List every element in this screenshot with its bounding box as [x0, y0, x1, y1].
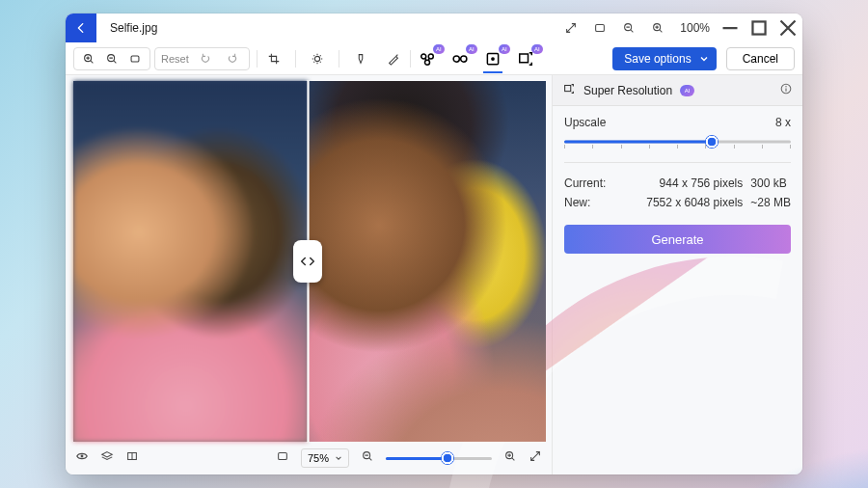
reset-group: Reset [154, 47, 250, 70]
fit-window-icon[interactable] [276, 449, 289, 467]
chevron-down-icon [335, 454, 342, 462]
current-label: Current: [564, 176, 616, 190]
ai-badge-icon: AI [499, 44, 510, 54]
ai-style-tool[interactable]: AI [450, 49, 470, 68]
svg-point-14 [491, 57, 495, 61]
layers-icon[interactable] [100, 449, 114, 467]
svg-rect-21 [565, 85, 571, 91]
upscale-label: Upscale [564, 116, 606, 129]
toolbar: Reset AI AI AI [66, 42, 802, 75]
new-size: ~28 MB [750, 196, 791, 209]
zoom-in-tool[interactable] [78, 49, 99, 68]
image-after [308, 81, 546, 442]
reset-button[interactable]: Reset [161, 53, 189, 65]
new-label: New: [564, 196, 616, 209]
svg-point-12 [460, 55, 466, 61]
generate-button[interactable]: Generate [564, 225, 791, 254]
zoom-percent-select[interactable]: 75% [301, 448, 349, 468]
svg-point-10 [424, 60, 429, 65]
zoom-percent: 100% [680, 21, 710, 35]
fit-screen-icon[interactable] [593, 21, 607, 35]
save-options-label: Save options [624, 52, 691, 66]
svg-rect-0 [596, 25, 605, 32]
svg-rect-6 [131, 55, 139, 61]
zoom-out-icon[interactable] [622, 21, 636, 35]
ai-superres-tool[interactable]: AI [516, 49, 535, 68]
zoom-out-tool[interactable] [101, 49, 122, 68]
chevron-down-icon [699, 54, 709, 64]
svg-point-16 [81, 455, 84, 458]
zoom-out-icon[interactable] [361, 449, 374, 467]
save-options-button[interactable]: Save options [612, 47, 716, 70]
current-dims: 944 x 756 pixels [624, 176, 743, 190]
zoom-slider[interactable] [386, 451, 492, 465]
file-name: Selfie.jpg [96, 14, 171, 42]
image-before [73, 81, 308, 442]
brush-tool[interactable] [351, 49, 370, 68]
redo-button[interactable] [222, 49, 243, 68]
svg-point-11 [453, 55, 459, 61]
pen-tool[interactable] [384, 49, 403, 68]
fit-tool[interactable] [124, 49, 146, 68]
superres-icon [562, 82, 576, 99]
split-view-icon[interactable] [125, 449, 139, 467]
upscale-slider[interactable] [564, 135, 791, 149]
ai-badge-icon: AI [433, 44, 445, 54]
svg-point-7 [314, 56, 319, 61]
window-maximize-button[interactable] [745, 14, 773, 42]
compare-handle[interactable] [293, 240, 322, 283]
new-dims: 7552 x 6048 pixels [624, 196, 743, 209]
crop-tool[interactable] [264, 49, 284, 68]
expand-diagonal-icon[interactable] [564, 21, 578, 35]
title-bar: Selfie.jpg 100% [66, 14, 802, 42]
zoom-percent-value: 75% [308, 452, 329, 464]
svg-point-8 [421, 54, 426, 59]
undo-button[interactable] [195, 49, 216, 68]
cancel-button[interactable]: Cancel [726, 47, 795, 70]
upscale-value: 8 x [775, 116, 791, 129]
window-minimize-button[interactable] [716, 14, 745, 42]
ai-badge-icon: AI [531, 44, 543, 54]
ai-object-tool[interactable]: AI [483, 49, 502, 68]
svg-point-9 [428, 54, 433, 59]
svg-rect-3 [752, 21, 765, 34]
window-close-button[interactable] [773, 14, 802, 42]
svg-point-23 [785, 86, 786, 87]
ai-badge-icon: AI [466, 44, 477, 54]
svg-rect-15 [520, 54, 529, 63]
ai-enhance-tool[interactable]: AI [418, 49, 437, 68]
svg-rect-18 [279, 453, 287, 460]
brightness-tool[interactable] [308, 49, 327, 68]
zoom-in-icon[interactable] [651, 21, 665, 35]
current-size: 300 kB [750, 176, 791, 190]
back-button[interactable] [66, 14, 96, 42]
eye-icon[interactable] [75, 449, 89, 467]
ai-badge-icon: AI [680, 85, 694, 96]
image-compare-canvas[interactable] [73, 81, 546, 442]
panel-title: Super Resolution [583, 84, 672, 97]
info-icon[interactable] [779, 82, 793, 99]
